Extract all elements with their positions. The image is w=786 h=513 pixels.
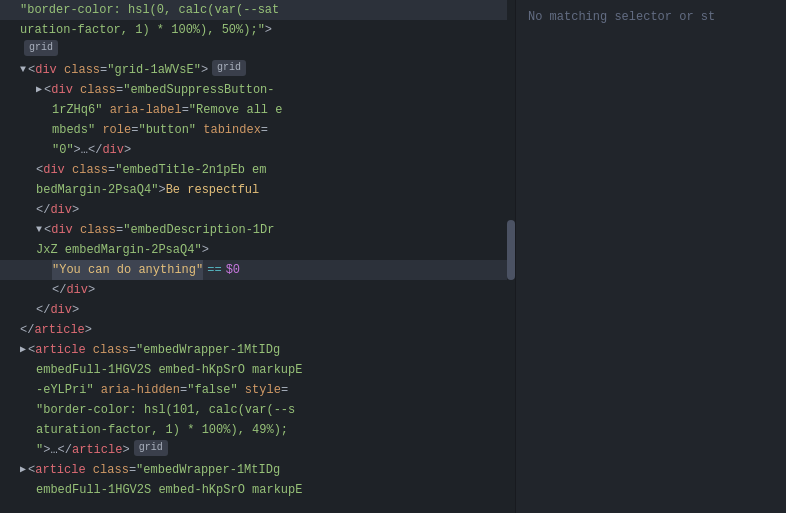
code-line: ▶ <div class="embedSuppressButton-: [0, 80, 515, 100]
code-text: =: [131, 120, 138, 140]
code-text: =: [261, 120, 268, 140]
expand-arrow[interactable]: ▼: [36, 220, 42, 240]
code-text: style: [238, 380, 281, 400]
code-text: "false": [187, 380, 237, 400]
no-match-message: No matching selector or st: [528, 10, 715, 24]
code-text: tabindex: [196, 120, 261, 140]
code-text: "embedWrapper-1MtIDg: [136, 340, 280, 360]
code-text: div: [51, 220, 73, 240]
code-text: article: [72, 440, 122, 460]
selected-text: "You can do anything": [52, 260, 203, 280]
code-line: </div>: [0, 200, 515, 220]
scrollbar-thumb[interactable]: [507, 220, 515, 280]
code-text: >: [124, 140, 131, 160]
code-text: div: [35, 60, 57, 80]
code-text: div: [66, 280, 88, 300]
code-text: =: [182, 100, 189, 120]
code-text: </: [36, 300, 50, 320]
code-text: embedFull-1HGV2S embed-hKpSrO markupE: [36, 360, 302, 380]
code-text: =: [180, 380, 187, 400]
code-line: ▼ <div class="grid-1aWVsE"> grid: [0, 60, 515, 80]
code-text: =: [281, 380, 288, 400]
code-line: </div>: [0, 280, 515, 300]
code-text: >: [88, 280, 95, 300]
code-area: "border-color: hsl(0, calc(var(--sat ura…: [0, 0, 515, 500]
code-line: "border-color: hsl(0, calc(var(--sat: [0, 0, 515, 20]
code-text: =: [108, 160, 115, 180]
code-text: >: [72, 300, 79, 320]
code-line: bedMargin-2PsaQ4">Be respectful: [0, 180, 515, 200]
code-text: mbeds": [52, 120, 95, 140]
code-line: 1rZHq6" aria-label="Remove all e: [0, 100, 515, 120]
expand-arrow[interactable]: ▼: [20, 60, 26, 80]
code-text: <: [28, 460, 35, 480]
code-line: ">…</article> grid: [0, 440, 515, 460]
code-text: role: [95, 120, 131, 140]
code-text: aria-label: [102, 100, 181, 120]
code-line: </article>: [0, 320, 515, 340]
grid-badge-3[interactable]: grid: [134, 440, 168, 456]
code-text: article: [34, 320, 84, 340]
expand-arrow[interactable]: ▶: [20, 460, 26, 480]
grid-badge-1[interactable]: grid: [24, 40, 58, 56]
code-text: =: [116, 220, 123, 240]
code-line: "0">…</div>: [0, 140, 515, 160]
code-line: embedFull-1HGV2S embed-hKpSrO markupE: [0, 480, 515, 500]
code-text: class: [65, 160, 108, 180]
code-line: uration-factor, 1) * 100%), 50%);">: [0, 20, 515, 40]
code-line: grid: [0, 40, 515, 60]
code-text: div: [50, 300, 72, 320]
code-line: <div class="embedTitle-2n1pEb em: [0, 160, 515, 180]
code-text: <: [28, 60, 35, 80]
code-text: embedFull-1HGV2S embed-hKpSrO markupE: [36, 480, 302, 500]
grid-badge-2[interactable]: grid: [212, 60, 246, 76]
code-text: class: [86, 340, 129, 360]
code-text: =: [116, 80, 123, 100]
code-text: "border-color: hsl(101, calc(var(--s: [36, 400, 295, 420]
code-line-selected: "You can do anything" == $0: [0, 260, 515, 280]
code-text: <: [44, 80, 51, 100]
code-line: ▶ <article class="embedWrapper-1MtIDg: [0, 460, 515, 480]
code-text: -eYLPri": [36, 380, 94, 400]
scrollbar-track: [507, 0, 515, 513]
code-text: >: [158, 180, 165, 200]
code-text: >: [201, 60, 208, 80]
code-line: ▶ <article class="embedWrapper-1MtIDg: [0, 340, 515, 360]
code-line: ▼ <div class="embedDescription-1Dr: [0, 220, 515, 240]
code-text: "0": [52, 140, 74, 160]
code-text: bedMargin-2PsaQ4": [36, 180, 158, 200]
code-text: article: [35, 340, 85, 360]
code-line: embedFull-1HGV2S embed-hKpSrO markupE: [0, 360, 515, 380]
code-line: </div>: [0, 300, 515, 320]
code-text: aria-hidden: [94, 380, 180, 400]
code-text: div: [50, 200, 72, 220]
code-text: </: [36, 200, 50, 220]
code-text: =: [100, 60, 107, 80]
code-text: >: [202, 240, 209, 260]
code-line: "border-color: hsl(101, calc(var(--s: [0, 400, 515, 420]
code-text: div: [51, 80, 73, 100]
code-text: $0: [226, 260, 240, 280]
code-text: >: [85, 320, 92, 340]
code-text: div: [43, 160, 65, 180]
right-panel: No matching selector or st: [515, 0, 786, 513]
code-text: class: [73, 220, 116, 240]
expand-arrow[interactable]: ▶: [20, 340, 26, 360]
expand-arrow[interactable]: ▶: [36, 80, 42, 100]
code-line: JxZ embedMargin-2PsaQ4">: [0, 240, 515, 260]
code-text: <: [28, 340, 35, 360]
code-text: </: [20, 320, 34, 340]
code-text: class: [86, 460, 129, 480]
dom-inspector-panel: "border-color: hsl(0, calc(var(--sat ura…: [0, 0, 515, 513]
code-text: 1rZHq6": [52, 100, 102, 120]
code-text: "Remove all e: [189, 100, 283, 120]
code-text: <: [44, 220, 51, 240]
code-text: >…</: [43, 440, 72, 460]
code-text: =: [129, 460, 136, 480]
code-text: aturation-factor, 1) * 100%), 49%);: [36, 420, 288, 440]
code-text: JxZ embedMargin-2PsaQ4": [36, 240, 202, 260]
code-line: aturation-factor, 1) * 100%), 49%);: [0, 420, 515, 440]
code-text: </: [52, 280, 66, 300]
code-text: "embedSuppressButton-: [123, 80, 274, 100]
code-text: >: [122, 440, 129, 460]
